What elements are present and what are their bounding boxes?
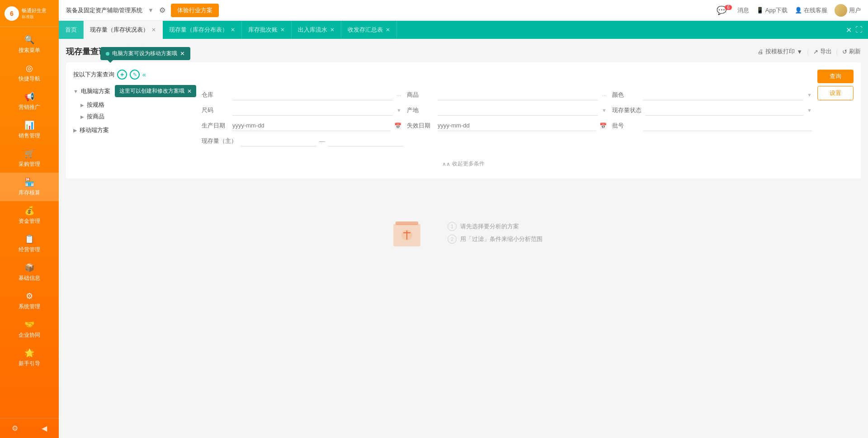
add-tooltip-close[interactable]: ✕ xyxy=(180,50,185,57)
batch-no-label: 批号 xyxy=(612,122,639,130)
tab-in-out-flow[interactable]: 出入库流水 ✕ xyxy=(292,21,341,39)
produce-date-field: 生产日期 📅 xyxy=(202,120,401,131)
tab-close-batch-account[interactable]: ✕ xyxy=(280,27,285,33)
sidebar-item-enterprise[interactable]: 🤝 企业协同 xyxy=(0,315,59,344)
settings-button[interactable]: 设置 xyxy=(817,86,854,100)
tooltip-dot xyxy=(106,52,109,56)
back-arrow-btn[interactable]: « xyxy=(142,71,146,78)
collapse-button[interactable]: ∧∧ 收起更多条件 xyxy=(442,160,485,168)
mobile-scheme-arrow[interactable]: ▶ xyxy=(73,127,77,133)
export-icon: ↗ xyxy=(813,48,818,55)
stock-status-input[interactable] xyxy=(645,105,803,116)
sidebar-settings-btn[interactable]: ⚙ xyxy=(12,424,18,433)
produce-date-input[interactable] xyxy=(232,120,391,131)
tab-recv-summary-label: 收发存汇总表 xyxy=(348,26,383,34)
tabs-bar: 首页 现存量（库存状况表） ✕ 现存量（库存分布表） ✕ 库存批次账 ✕ 出入库… xyxy=(59,21,868,39)
sidebar-collapse-btn[interactable]: ◀ xyxy=(42,424,47,433)
logo-badge: 标准版 xyxy=(22,14,47,20)
sidebar-item-label: 系统管理 xyxy=(19,303,40,311)
goods-input[interactable] xyxy=(438,89,598,100)
warehouse-dots[interactable]: ··· xyxy=(396,92,401,99)
sidebar-item-operations[interactable]: 📋 经营管理 xyxy=(0,230,59,258)
refresh-action[interactable]: ↺ 刷新 xyxy=(842,47,861,56)
search-button[interactable]: 查询 xyxy=(817,70,854,83)
print-action[interactable]: 🖨 按模板打印 ▼ xyxy=(758,47,802,56)
color-dropdown[interactable]: ▼ xyxy=(807,92,812,98)
filter-row-2: 尺码 ▼ 产地 ▼ 现存量状态 ▼ xyxy=(202,105,854,116)
app-download-item[interactable]: 📱 App下载 xyxy=(756,6,788,14)
tab-close-in-out-flow[interactable]: ✕ xyxy=(330,27,335,33)
stock-main-to-input[interactable] xyxy=(328,136,404,146)
system-title: 装备及固定资产辅助管理系统 xyxy=(66,6,142,14)
sidebar-item-newbie[interactable]: 🌟 新手引导 xyxy=(0,344,59,372)
origin-input[interactable] xyxy=(438,105,598,116)
origin-dropdown[interactable]: ▼ xyxy=(602,108,607,113)
desktop-scheme-arrow[interactable]: ▼ xyxy=(73,89,78,94)
avatar-image xyxy=(835,4,847,17)
scheme-item-by-goods[interactable]: ▶ 按商品 xyxy=(80,111,196,122)
goods-dots[interactable]: ··· xyxy=(602,92,607,99)
tab-inventory-dist-label: 现存量（库存分布表） xyxy=(169,26,228,34)
add-tooltip: 电脑方案可设为移动方案哦 ✕ xyxy=(100,47,190,60)
trial-button[interactable]: 体验行业方案 xyxy=(171,4,219,17)
desktop-scheme-section: ▼ 电脑端方案 这里可以创建和修改方案哦 ✕ ▶ 按规格 xyxy=(73,83,196,122)
settings-gear-icon[interactable]: ⚙ xyxy=(159,6,165,14)
system-dropdown-icon[interactable]: ▼ xyxy=(148,7,154,14)
tab-inventory-status[interactable]: 现存量（库存状况表） ✕ xyxy=(84,21,163,39)
sidebar-item-search[interactable]: 🔍 搜索菜单 xyxy=(0,30,59,59)
tab-batch-account-label: 库存批次账 xyxy=(248,26,278,34)
sidebar-item-marketing[interactable]: 📢 营销推广 xyxy=(0,87,59,116)
empty-step-2-label: 用「过滤」条件来缩小分析范围 xyxy=(460,235,542,243)
color-input[interactable] xyxy=(643,89,803,100)
size-input[interactable] xyxy=(232,105,393,116)
sidebar-item-finance[interactable]: 💰 资金管理 xyxy=(0,201,59,230)
sidebar-item-purchase[interactable]: 🛒 采购管理 xyxy=(0,144,59,173)
expire-date-input[interactable] xyxy=(438,120,596,131)
expire-date-calendar-icon[interactable]: 📅 xyxy=(599,122,607,129)
warehouse-input[interactable] xyxy=(232,89,393,100)
empty-step-1-label: 请先选择要分析的方案 xyxy=(460,222,519,231)
tab-close-all-btn[interactable]: ✕ xyxy=(846,26,852,34)
scheme-tooltip-close[interactable]: ✕ xyxy=(187,88,192,94)
inventory-icon: 🏪 xyxy=(24,177,34,187)
goods-field: 商品 ··· xyxy=(407,89,607,100)
avatar xyxy=(835,4,847,17)
tab-close-recv-summary[interactable]: ✕ xyxy=(386,27,390,33)
tab-recv-summary[interactable]: 收发存汇总表 ✕ xyxy=(341,21,397,39)
app-download-label: App下载 xyxy=(765,6,788,14)
filter-action-buttons: 查询 设置 xyxy=(817,70,854,100)
sidebar-item-inventory[interactable]: 🏪 库存核算 xyxy=(0,173,59,201)
message-item[interactable]: 💬 6 消息 xyxy=(717,5,749,15)
add-tooltip-text: 电脑方案可设为移动方案哦 xyxy=(112,50,177,57)
tab-inventory-dist[interactable]: 现存量（库存分布表） ✕ xyxy=(163,21,242,39)
online-support-item[interactable]: 👤 在线客服 xyxy=(795,6,827,14)
tab-close-inventory-dist[interactable]: ✕ xyxy=(231,27,235,33)
refresh-icon: ↺ xyxy=(842,48,847,55)
add-scheme-btn[interactable]: + xyxy=(117,70,127,80)
stock-status-dropdown[interactable]: ▼ xyxy=(807,108,812,113)
stock-main-from-input[interactable] xyxy=(241,136,316,146)
sidebar-item-system[interactable]: ⚙ 系统管理 xyxy=(0,287,59,315)
scheme-item-by-spec[interactable]: ▶ 按规格 xyxy=(80,99,196,111)
stock-main-field: 现存量（主） — xyxy=(202,136,404,146)
tab-batch-account[interactable]: 库存批次账 ✕ xyxy=(242,21,292,39)
print-label: 按模板打印 xyxy=(765,47,795,56)
logo-icon: 6 xyxy=(5,6,19,21)
batch-no-input[interactable] xyxy=(643,120,812,131)
tab-close-inventory-status[interactable]: ✕ xyxy=(151,27,156,33)
tab-expand-btn[interactable]: ⛶ xyxy=(855,26,863,34)
tab-home[interactable]: 首页 xyxy=(59,21,84,39)
sidebar-item-basic[interactable]: 📦 基础信息 xyxy=(0,258,59,287)
user-item[interactable]: 用户 xyxy=(835,4,861,17)
sidebar-item-label: 销售管理 xyxy=(19,132,40,140)
produce-date-calendar-icon[interactable]: 📅 xyxy=(394,122,401,129)
sidebar-item-label: 快捷导航 xyxy=(19,75,40,83)
export-action[interactable]: ↗ 导出 xyxy=(813,47,832,56)
sidebar-item-guide[interactable]: ◎ 快捷导航 xyxy=(0,59,59,87)
sidebar-item-sales[interactable]: 📊 销售管理 xyxy=(0,116,59,144)
edit-scheme-btn[interactable]: ✎ xyxy=(130,70,140,80)
collapse-up-icon: ∧∧ xyxy=(442,161,450,167)
sidebar-item-label: 经营管理 xyxy=(19,246,40,254)
sidebar-item-label: 采购管理 xyxy=(19,160,40,168)
size-dropdown[interactable]: ▼ xyxy=(396,108,401,113)
